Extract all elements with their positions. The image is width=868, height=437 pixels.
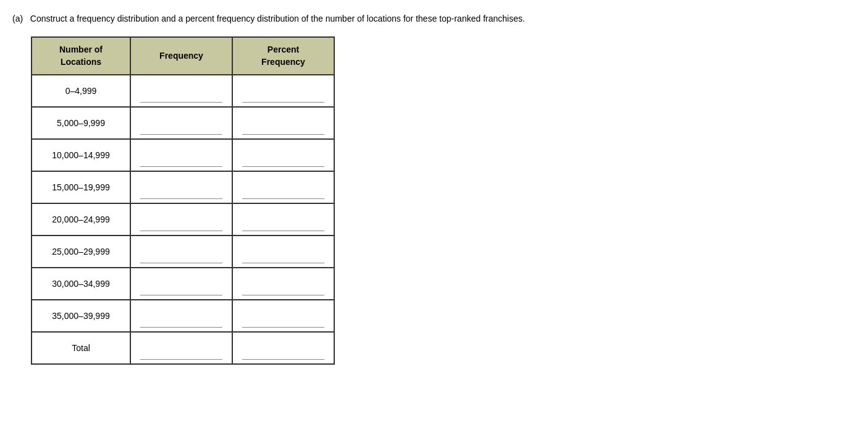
table-row: Total (32, 332, 334, 364)
percent-frequency-cell[interactable] (232, 300, 334, 332)
percent-frequency-input[interactable] (242, 316, 324, 328)
frequency-table: Number ofLocations Frequency PercentFreq… (31, 36, 335, 365)
row-label: Total (32, 332, 130, 364)
frequency-input[interactable] (140, 284, 222, 295)
percent-frequency-input[interactable] (242, 91, 324, 103)
percent-frequency-input[interactable] (242, 252, 324, 263)
frequency-cell[interactable] (130, 139, 232, 171)
table-container: Number ofLocations Frequency PercentFreq… (31, 36, 856, 365)
percent-frequency-cell[interactable] (232, 171, 334, 203)
frequency-input[interactable] (140, 252, 222, 263)
row-label: 0–4,999 (32, 75, 130, 107)
table-row: 5,000–9,999 (32, 107, 334, 139)
frequency-cell[interactable] (130, 332, 232, 364)
percent-frequency-input[interactable] (242, 187, 324, 199)
frequency-cell[interactable] (130, 171, 232, 203)
percent-frequency-input[interactable] (242, 348, 324, 360)
percent-frequency-cell[interactable] (232, 139, 334, 171)
frequency-cell[interactable] (130, 75, 232, 107)
percent-frequency-input[interactable] (242, 155, 324, 167)
header-number-of-locations: Number ofLocations (32, 37, 130, 75)
frequency-cell[interactable] (130, 203, 232, 235)
question-prefix: (a) (12, 14, 23, 23)
row-label: 10,000–14,999 (32, 139, 130, 171)
table-header-row: Number ofLocations Frequency PercentFreq… (32, 37, 334, 75)
frequency-cell[interactable] (130, 107, 232, 139)
row-label: 30,000–34,999 (32, 268, 130, 300)
table-row: 10,000–14,999 (32, 139, 334, 171)
table-row: 25,000–29,999 (32, 235, 334, 268)
percent-frequency-cell[interactable] (232, 75, 334, 107)
frequency-cell[interactable] (130, 268, 232, 300)
frequency-cell[interactable] (130, 300, 232, 332)
percent-frequency-cell[interactable] (232, 268, 334, 300)
question-body: Construct a frequency distribution and a… (30, 14, 525, 23)
frequency-input[interactable] (140, 316, 222, 328)
percent-frequency-input[interactable] (242, 284, 324, 295)
table-row: 30,000–34,999 (32, 268, 334, 300)
header-frequency: Frequency (130, 37, 232, 75)
question-container: (a) Construct a frequency distribution a… (12, 12, 856, 365)
row-label: 35,000–39,999 (32, 300, 130, 332)
question-text: (a) Construct a frequency distribution a… (12, 12, 856, 25)
percent-frequency-input[interactable] (242, 219, 324, 231)
frequency-input[interactable] (140, 123, 222, 135)
frequency-input[interactable] (140, 348, 222, 360)
percent-frequency-input[interactable] (242, 123, 324, 135)
row-label: 25,000–29,999 (32, 235, 130, 268)
row-label: 15,000–19,999 (32, 171, 130, 203)
percent-frequency-cell[interactable] (232, 332, 334, 364)
table-row: 35,000–39,999 (32, 300, 334, 332)
frequency-input[interactable] (140, 219, 222, 231)
table-row: 15,000–19,999 (32, 171, 334, 203)
row-label: 20,000–24,999 (32, 203, 130, 235)
percent-frequency-cell[interactable] (232, 235, 334, 268)
frequency-input[interactable] (140, 155, 222, 167)
percent-frequency-cell[interactable] (232, 107, 334, 139)
table-row: 0–4,999 (32, 75, 334, 107)
header-percent-frequency: PercentFrequency (232, 37, 334, 75)
row-label: 5,000–9,999 (32, 107, 130, 139)
frequency-cell[interactable] (130, 235, 232, 268)
frequency-input[interactable] (140, 91, 222, 103)
frequency-input[interactable] (140, 187, 222, 199)
table-row: 20,000–24,999 (32, 203, 334, 235)
percent-frequency-cell[interactable] (232, 203, 334, 235)
